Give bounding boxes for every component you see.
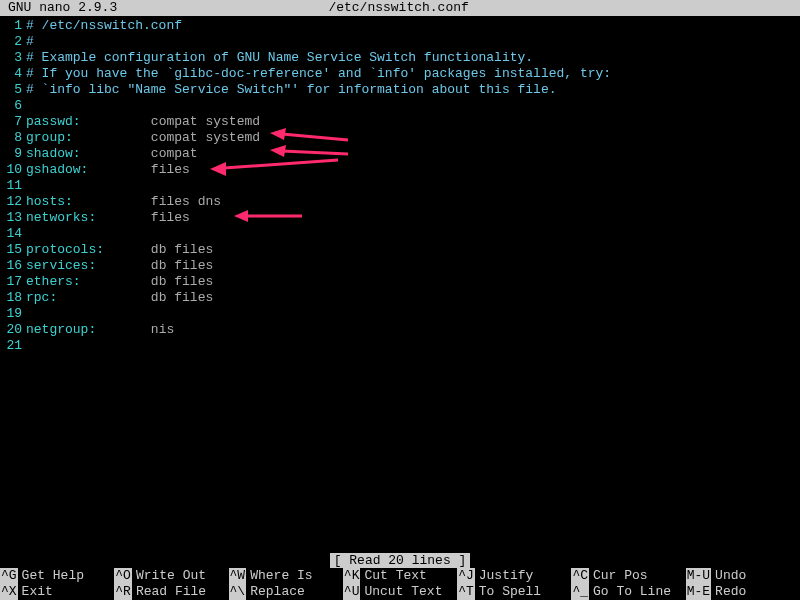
- line-content: hosts: files dns: [24, 194, 800, 210]
- config-value: files: [151, 210, 190, 225]
- line-number: 15: [0, 242, 24, 258]
- shortcut-label: Undo: [715, 568, 746, 584]
- shortcut-item[interactable]: M-ERedo: [686, 584, 800, 600]
- editor-line[interactable]: 1# /etc/nsswitch.conf: [0, 18, 800, 34]
- shortcut-key: ^W: [229, 568, 247, 584]
- editor-line[interactable]: 7passwd: compat systemd: [0, 114, 800, 130]
- line-content: [24, 178, 800, 194]
- shortcut-item[interactable]: ^_Go To Line: [571, 584, 685, 600]
- shortcut-item[interactable]: ^RRead File: [114, 584, 228, 600]
- shortcut-item[interactable]: ^\Replace: [229, 584, 343, 600]
- line-content: services: db files: [24, 258, 800, 274]
- config-value: compat systemd: [151, 114, 260, 129]
- line-content: protocols: db files: [24, 242, 800, 258]
- config-value: db files: [151, 290, 213, 305]
- shortcut-key: ^G: [0, 568, 18, 584]
- shortcut-key: ^J: [457, 568, 475, 584]
- shortcut-item[interactable]: ^TTo Spell: [457, 584, 571, 600]
- config-value: db files: [151, 242, 213, 257]
- status-text: [ Read 20 lines ]: [330, 553, 471, 568]
- editor-line[interactable]: 15protocols: db files: [0, 242, 800, 258]
- config-value: files: [151, 162, 190, 177]
- shortcut-item[interactable]: ^GGet Help: [0, 568, 114, 584]
- editor-line[interactable]: 18rpc: db files: [0, 290, 800, 306]
- line-number: 19: [0, 306, 24, 322]
- line-content: # /etc/nsswitch.conf: [24, 18, 800, 34]
- shortcut-label: Go To Line: [593, 584, 671, 600]
- line-number: 18: [0, 290, 24, 306]
- editor-line[interactable]: 11: [0, 178, 800, 194]
- editor-line[interactable]: 13networks: files: [0, 210, 800, 226]
- shortcut-label: Read File: [136, 584, 206, 600]
- shortcut-item[interactable]: ^WWhere Is: [229, 568, 343, 584]
- editor-line[interactable]: 14: [0, 226, 800, 242]
- shortcut-key: M-U: [686, 568, 711, 584]
- editor-line[interactable]: 20netgroup: nis: [0, 322, 800, 338]
- line-number: 3: [0, 50, 24, 66]
- line-number: 9: [0, 146, 24, 162]
- line-content: shadow: compat: [24, 146, 800, 162]
- config-value: compat: [151, 146, 198, 161]
- line-number: 5: [0, 82, 24, 98]
- shortcut-key: M-E: [686, 584, 711, 600]
- editor-line[interactable]: 4# If you have the `glibc-doc-reference'…: [0, 66, 800, 82]
- editor-line[interactable]: 9shadow: compat: [0, 146, 800, 162]
- editor-line[interactable]: 10gshadow: files: [0, 162, 800, 178]
- shortcut-item[interactable]: ^UUncut Text: [343, 584, 457, 600]
- shortcut-item[interactable]: ^CCur Pos: [571, 568, 685, 584]
- line-number: 10: [0, 162, 24, 178]
- line-content: [24, 306, 800, 322]
- editor-line[interactable]: 5# `info libc "Name Service Switch"' for…: [0, 82, 800, 98]
- line-content: #: [24, 34, 800, 50]
- editor-line[interactable]: 3# Example configuration of GNU Name Ser…: [0, 50, 800, 66]
- shortcut-key: ^_: [571, 584, 589, 600]
- shortcut-label: Exit: [22, 584, 53, 600]
- editor-line[interactable]: 2#: [0, 34, 800, 50]
- shortcut-label: Get Help: [22, 568, 84, 584]
- shortcut-bar: ^GGet Help^OWrite Out^WWhere Is^KCut Tex…: [0, 568, 800, 600]
- editor-line[interactable]: 6: [0, 98, 800, 114]
- line-number: 8: [0, 130, 24, 146]
- shortcut-key: ^T: [457, 584, 475, 600]
- config-key: shadow:: [26, 146, 151, 161]
- editor-area[interactable]: 1# /etc/nsswitch.conf2#3# Example config…: [0, 16, 800, 354]
- config-key: gshadow:: [26, 162, 151, 177]
- shortcut-item[interactable]: ^JJustify: [457, 568, 571, 584]
- shortcut-item[interactable]: ^XExit: [0, 584, 114, 600]
- editor-line[interactable]: 12hosts: files dns: [0, 194, 800, 210]
- shortcut-item[interactable]: M-UUndo: [686, 568, 800, 584]
- line-content: group: compat systemd: [24, 130, 800, 146]
- editor-line[interactable]: 21: [0, 338, 800, 354]
- line-content: passwd: compat systemd: [24, 114, 800, 130]
- config-key: netgroup:: [26, 322, 151, 337]
- line-number: 4: [0, 66, 24, 82]
- line-number: 2: [0, 34, 24, 50]
- line-number: 13: [0, 210, 24, 226]
- app-name: GNU nano 2.9.3: [0, 0, 117, 16]
- shortcut-key: ^R: [114, 584, 132, 600]
- shortcut-label: Uncut Text: [364, 584, 442, 600]
- shortcut-row: ^XExit^RRead File^\Replace^UUncut Text^T…: [0, 584, 800, 600]
- shortcut-key: ^\: [229, 584, 247, 600]
- editor-line[interactable]: 19: [0, 306, 800, 322]
- line-number: 7: [0, 114, 24, 130]
- shortcut-label: Where Is: [250, 568, 312, 584]
- line-content: gshadow: files: [24, 162, 800, 178]
- shortcut-key: ^C: [571, 568, 589, 584]
- shortcut-label: Replace: [250, 584, 305, 600]
- line-number: 11: [0, 178, 24, 194]
- shortcut-item[interactable]: ^KCut Text: [343, 568, 457, 584]
- shortcut-item[interactable]: ^OWrite Out: [114, 568, 228, 584]
- line-content: rpc: db files: [24, 290, 800, 306]
- shortcut-label: Redo: [715, 584, 746, 600]
- shortcut-label: To Spell: [479, 584, 541, 600]
- file-path: /etc/nsswitch.conf: [117, 0, 680, 16]
- shortcut-key: ^O: [114, 568, 132, 584]
- editor-line[interactable]: 8group: compat systemd: [0, 130, 800, 146]
- editor-line[interactable]: 16services: db files: [0, 258, 800, 274]
- editor-line[interactable]: 17ethers: db files: [0, 274, 800, 290]
- line-number: 21: [0, 338, 24, 354]
- config-key: passwd:: [26, 114, 151, 129]
- line-number: 12: [0, 194, 24, 210]
- config-value: db files: [151, 274, 213, 289]
